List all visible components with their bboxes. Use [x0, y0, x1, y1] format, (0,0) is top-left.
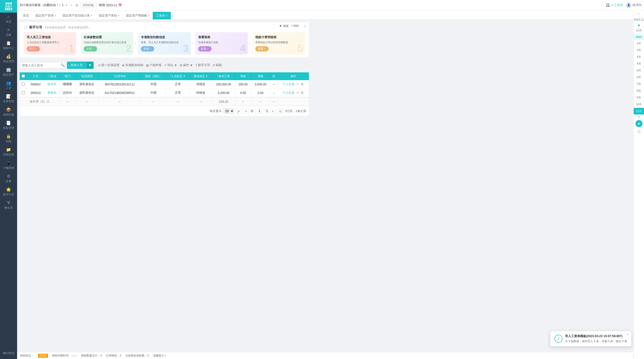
search-input[interactable] [22, 64, 60, 67]
col-dept: *部门 [60, 72, 75, 80]
tab-close-depreciation[interactable]: × [91, 14, 92, 17]
settings-header-button[interactable]: ⚙ [75, 3, 78, 7]
account-dropdown-arrow[interactable]: ▼ [65, 4, 68, 7]
calendar-icon[interactable]: 📅 [118, 4, 122, 7]
social-security-icon: ⊙ [98, 64, 101, 67]
sidebar-item-archive[interactable]: 📁 归档管理 [0, 145, 17, 159]
guide-close-button[interactable]: × [304, 24, 306, 28]
guide-step-4-btn[interactable]: 查看＞ [198, 46, 212, 52]
app-logo: 畅捷通好会计专业版 [0, 0, 17, 13]
sidebar-item-reports[interactable]: 📋 报表中心 [0, 39, 17, 52]
top-header: 刘小艳演示账套（勿删勿动！）1 ▼ ＋ ⚙ 切到旧版 账期 2023-11 📅 … [17, 0, 322, 11]
row-delete-icon-2[interactable]: 🗑 [301, 91, 304, 94]
tab-close-salary[interactable]: × [166, 14, 168, 17]
tax-report-button[interactable]: ▤ 个税申报 [146, 63, 162, 67]
tab-salary[interactable]: 工资表 × [153, 12, 171, 19]
special-deduction-button[interactable]: ⊕ 专项附加扣除 [122, 63, 143, 67]
prev-page-button[interactable]: < [244, 109, 249, 114]
search-icon[interactable]: 🔍 [61, 63, 65, 67]
period-info: 账期 2023-11 📅 [99, 3, 122, 7]
row-id-2: 000010 [27, 89, 44, 97]
next-page-button[interactable]: > [270, 109, 276, 114]
sidebar-item-expense[interactable]: 📱 小畅报销 [0, 159, 17, 172]
beginner-icon: ? [195, 64, 197, 67]
tab-close-asset-category[interactable]: × [118, 14, 119, 17]
sidebar-item-fixed-assets[interactable]: 🏢 固定资产 [0, 65, 17, 79]
tab-close-fixed-assets[interactable]: × [55, 14, 56, 17]
guide-step-5: 5 税款计算明细表 查看税款计算过程及明细数据 查看＞ [252, 32, 305, 55]
row-id-num-1: 360782200104131111 [99, 80, 141, 89]
select-all-checkbox[interactable] [22, 74, 25, 78]
add-account-button[interactable]: ＋ [70, 3, 73, 8]
refresh-button[interactable]: ↺ 刷新 [213, 63, 222, 67]
sidebar: 畅捷通好会计专业版 ⌂ 首页 ≡ 总账 📋 报表中心 💰 资金管理 🏢 固定资产… [0, 0, 17, 180]
row-id-1: 000002 [27, 80, 44, 89]
tabs-bar: 首页 固定资产管理 × 固定资产折旧统计表 × 固定资产类别 × 固定资产明细账… [17, 11, 322, 20]
tab-fixed-assets[interactable]: 固定资产管理 × [32, 12, 59, 19]
sidebar-item-funds[interactable]: 💰 资金管理 [0, 52, 17, 65]
row-check-1 [20, 80, 27, 89]
old-version-button[interactable]: 切到旧版 [80, 3, 96, 8]
video-link[interactable]: ▶ 视频 [279, 24, 289, 28]
social-security-button[interactable]: ⊙ 统一社保设置 [98, 63, 119, 67]
row-delete-icon-1[interactable]: 🗑 [301, 82, 304, 86]
row-nationality-1: 中国 [141, 80, 166, 89]
guide-step-1-btn[interactable]: 导入＞ [27, 46, 40, 52]
sidebar-item-invoice[interactable]: 📝 发票管理 [0, 92, 17, 105]
last-page-button[interactable]: >| [277, 109, 283, 114]
col-id: 工号 [27, 72, 44, 80]
salary-icon: 👥 [6, 81, 11, 85]
row-checkbox-2[interactable] [22, 91, 25, 94]
page-size-select[interactable]: 10 20 50 [223, 108, 234, 114]
row-status-1: 正常 [166, 80, 190, 89]
sidebar-item-salary[interactable]: 👥 工资 [0, 79, 17, 92]
sidebar-item-tax[interactable]: 📑 税务管理 [0, 119, 17, 132]
tab-depreciation[interactable]: 固定资产折旧统计表 × [59, 12, 96, 19]
operations-button[interactable]: ⚙ 操作 ▼ [180, 63, 193, 67]
funds-icon: 💰 [6, 54, 11, 59]
sidebar-item-inventory[interactable]: 📦 进销台账 [0, 105, 17, 119]
page-unit: 页 [266, 109, 269, 113]
arrow-4: › [248, 32, 252, 55]
sidebar-item-settings[interactable]: ⚙ 设置 [0, 172, 17, 180]
account-name: 刘小艳演示账套（勿删勿动！）1 [20, 3, 64, 7]
add-person-group: 添加人员 ▼ [67, 62, 94, 69]
toolbar: 🔍 添加人员 ▼ ⊙ 统一社保设置 ⊕ 专项附加扣除 ▤ 个税申报 ↗ 导出 [20, 60, 309, 70]
help-link[interactable]: ? 帮助 [291, 24, 299, 28]
name-link-2[interactable]: 李俊杰 [47, 91, 56, 94]
row-ops-text-2[interactable]: 个人社保 [283, 91, 295, 94]
sidebar-item-close[interactable]: 🔒 结账 [0, 132, 17, 145]
tab-home[interactable]: 首页 [20, 12, 32, 19]
export-button[interactable]: ↗ 导出 ▼ [164, 63, 177, 67]
guide-step-5-btn[interactable]: 查看＞ [255, 46, 269, 52]
add-person-button[interactable]: 添加人员 [67, 62, 86, 69]
tab-asset-category[interactable]: 固定资产类别 × [96, 12, 123, 19]
sidebar-item-ledger[interactable]: ≡ 总账 [0, 26, 17, 39]
row-dept-2: 总经办 [60, 89, 75, 97]
inventory-icon: 📦 [6, 107, 11, 112]
row-basic-salary-2: 3,200.00 [212, 89, 235, 97]
tab-close-asset-ledger[interactable]: × [148, 14, 150, 17]
status-filter-icon[interactable]: ▼ [183, 75, 186, 78]
row-checkbox-1[interactable] [22, 82, 25, 86]
col-subsidy: 津贴 [235, 72, 251, 80]
first-page-button[interactable]: |< [236, 109, 242, 114]
sidebar-item-home[interactable]: ⌂ 首页 [0, 13, 17, 26]
row-edit-icon-2[interactable]: ✏ [297, 91, 299, 94]
row-performance-2: 0.00 [251, 89, 270, 97]
row-ops-text-1[interactable]: 个人社保 [283, 82, 295, 86]
guide-step-2-btn[interactable]: 设置＞ [84, 46, 97, 52]
name-link-1[interactable]: 徐泽华 [47, 82, 56, 86]
tab-asset-ledger[interactable]: 固定资产明细账 × [123, 12, 153, 19]
guide-step-3-btn[interactable]: 查看＞ [141, 46, 154, 52]
send-status-filter-icon[interactable]: ▼ [206, 75, 208, 78]
col-basic-salary: *基本工资 [212, 72, 235, 80]
guide-step-2: 2 社保参数设置 完成社保参数设置自动计算社保公积金 设置＞ [81, 32, 133, 55]
guide-step-1: 1 导入员工工资信息 人员信息及工资数据新增导入 导入＞ [24, 32, 76, 55]
row-edit-icon-1[interactable]: ✏ [297, 82, 299, 86]
page-input[interactable] [255, 109, 264, 114]
beginner-guide-button[interactable]: ? 新手引导 [195, 63, 210, 67]
col-name[interactable]: ↕ *姓名 [44, 72, 60, 80]
add-person-dropdown-button[interactable]: ▼ [86, 62, 94, 69]
settings-icon: ⚙ [7, 174, 10, 179]
